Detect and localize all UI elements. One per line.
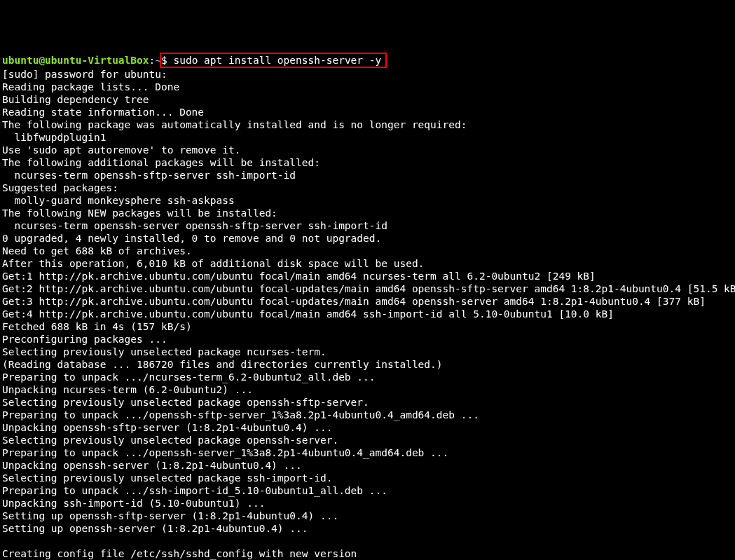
terminal-output-line: The following package was automatically … [2,119,467,130]
terminal-output-line: ncurses-term openssh-server openssh-sftp… [2,220,387,231]
terminal-output-line: Preconfiguring packages ... [2,334,167,345]
terminal-output-line: Creating config file /etc/ssh/sshd_confi… [2,548,357,559]
terminal-output-line: 0 upgraded, 4 newly installed, 0 to remo… [2,233,381,244]
terminal-output-line: Unpacking ncurses-term (6.2-0ubuntu2) ..… [2,384,253,395]
terminal-output-line: [sudo] password for ubuntu: [2,69,167,80]
terminal-output-line: Selecting previously unselected package … [2,435,338,446]
terminal-output-line: Selecting previously unselected package … [2,472,332,484]
terminal-output-line: Setting up openssh-server (1:8.2p1-4ubun… [2,523,308,534]
terminal-output-line: Reading state information... Done [2,107,204,118]
terminal-output-line: Unpacking ssh-import-id (5.10-0ubuntu1) … [2,498,265,509]
terminal-output-line: After this operation, 6,010 kB of additi… [2,258,424,269]
terminal-output-line: Selecting previously unselected package … [2,397,369,408]
terminal-output-line: Preparing to unpack .../openssh-sftp-ser… [2,409,479,421]
terminal-output-line: Get:2 http://pk.archive.ubuntu.com/ubunt… [2,283,735,294]
terminal-output-line: Preparing to unpack .../ncurses-term_6.2… [2,371,376,383]
terminal-output-line: Get:4 http://pk.archive.ubuntu.com/ubunt… [2,308,614,320]
terminal-output-line: Use 'sudo apt autoremove' to remove it. [2,144,240,156]
terminal-output-line: Selecting previously unselected package … [2,346,327,357]
terminal-output-line: The following additional packages will b… [2,157,320,168]
terminal-output-line: Reading package lists... Done [2,81,179,93]
prompt-colon: : [149,55,156,66]
command-text: sudo apt install openssh-server -y [173,55,381,66]
terminal-output-line: libfwupdplugin1 [2,132,106,143]
terminal-output-line: The following NEW packages will be insta… [2,207,277,219]
terminal-output-line: Need to get 688 kB of archives. [2,245,192,257]
terminal-output-line: Suggested packages: [2,182,118,193]
terminal-output-line: Get:3 http://pk.archive.ubuntu.com/ubunt… [2,296,706,307]
prompt-dollar: $ [161,55,173,66]
terminal-output-line: (Reading database ... 186720 files and d… [2,359,443,370]
terminal-output-line: Preparing to unpack .../ssh-import-id_5.… [2,485,387,496]
terminal-output-line: molly-guard monkeysphere ssh-askpass [2,195,235,206]
terminal-output-line: Building dependency tree [2,94,149,105]
terminal-output-line: Unpacking openssh-server (1:8.2p1-4ubunt… [2,460,302,471]
terminal-output-line: Setting up openssh-sftp-server (1:8.2p1-… [2,510,338,521]
terminal-window[interactable]: ubuntu@ubuntu-VirtualBox:~$ sudo apt ins… [2,53,733,560]
prompt-user: ubuntu@ubuntu-VirtualBox [2,55,149,66]
terminal-output-line: Get:1 http://pk.archive.ubuntu.com/ubunt… [2,271,596,282]
terminal-output-line: Preparing to unpack .../openssh-server_1… [2,447,448,458]
terminal-output-line: ncurses-term openssh-sftp-server ssh-imp… [2,170,296,181]
highlighted-command: $ sudo apt install openssh-server -y [160,53,387,68]
terminal-output-line: Fetched 688 kB in 4s (157 kB/s) [2,321,192,332]
terminal-output-line: Unpacking openssh-sftp-server (1:8.2p1-4… [2,422,332,433]
